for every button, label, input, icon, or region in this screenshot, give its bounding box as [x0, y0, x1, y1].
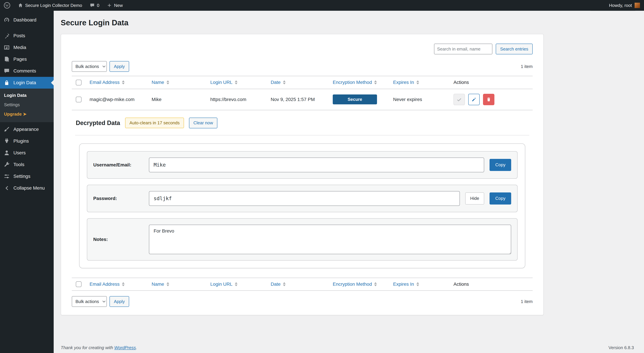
footer-column-name[interactable]: Name	[152, 281, 169, 287]
search-input[interactable]	[434, 44, 492, 54]
wordpress-link[interactable]: WordPress	[114, 345, 136, 350]
column-header-name[interactable]: Name	[152, 80, 169, 85]
table-footer-row: Email Address Name Login URL Date Encryp…	[72, 278, 533, 291]
site-name: Secure Login Collector Demo	[25, 3, 82, 8]
bulk-actions-select-bottom[interactable]: Bulk actions	[72, 296, 107, 307]
table-row: magic@wp-mike.com Mike https://brevo.com…	[72, 89, 533, 110]
hide-password-button[interactable]: Hide	[465, 192, 484, 204]
posts-icon	[3, 32, 10, 39]
comments-bubble-icon	[90, 3, 95, 8]
new-menu[interactable]: New	[103, 0, 126, 11]
apply-button-bottom[interactable]: Apply	[110, 296, 129, 307]
footer-column-date[interactable]: Date	[271, 281, 286, 287]
decrypted-heading: Decrypted Data	[76, 119, 120, 127]
avatar	[634, 3, 640, 8]
bulk-actions-select[interactable]: Bulk actions	[72, 61, 107, 72]
decrypted-panel: Username/Email: Copy Password: Hide Copy	[79, 143, 525, 268]
notes-textarea[interactable]: For Brevo	[149, 225, 511, 254]
column-header-login-url[interactable]: Login URL	[210, 80, 238, 85]
select-all-checkbox-bottom[interactable]	[76, 281, 82, 287]
footer-column-expires[interactable]: Expires In	[393, 281, 419, 287]
clear-now-button[interactable]: Clear now	[189, 118, 217, 128]
comments-menu[interactable]: 0	[86, 0, 103, 11]
home-icon	[18, 3, 23, 8]
dashboard-icon	[3, 17, 10, 23]
site-name-menu[interactable]: Secure Login Collector Demo	[14, 0, 86, 11]
sort-icon	[374, 80, 377, 84]
sort-icon	[166, 282, 169, 286]
sidebar-item-settings[interactable]: Settings	[0, 170, 54, 182]
tablenav-top: Bulk actions Apply 1 item	[72, 61, 533, 72]
sort-icon	[374, 282, 377, 286]
footer-column-email[interactable]: Email Address	[90, 281, 124, 287]
edit-button[interactable]	[468, 94, 480, 105]
submenu-item-upgrade[interactable]: Upgrade ➤	[0, 109, 54, 119]
footer-thanks-period: .	[136, 345, 137, 350]
row-checkbox[interactable]	[76, 97, 82, 102]
footer-version: Version 6.8.3	[608, 345, 634, 350]
sort-icon	[283, 80, 286, 84]
sidebar-item-users[interactable]: Users	[0, 147, 54, 159]
wordpress-logo[interactable]: W	[0, 0, 14, 11]
search-entries-button[interactable]: Search entries	[496, 44, 533, 54]
admin-sidebar: Dashboard Posts Media Pages Comments Log…	[0, 11, 54, 353]
sidebar-item-appearance[interactable]: Appearance	[0, 124, 54, 135]
username-input[interactable]	[149, 158, 484, 172]
sort-icon	[416, 282, 419, 286]
sidebar-item-tools[interactable]: Tools	[0, 159, 54, 170]
items-count-bottom: 1 item	[521, 299, 533, 304]
sidebar-item-media[interactable]: Media	[0, 42, 54, 53]
sort-icon	[166, 80, 169, 84]
menu-separator	[0, 26, 54, 30]
tools-icon	[3, 161, 10, 168]
delete-button[interactable]	[483, 94, 494, 105]
sidebar-label: Dashboard	[14, 17, 36, 23]
column-label: Encryption Method	[333, 80, 372, 85]
apply-button[interactable]: Apply	[110, 61, 129, 72]
select-all-checkbox[interactable]	[76, 80, 82, 85]
column-label: Email Address	[90, 80, 120, 85]
sidebar-item-plugins[interactable]: Plugins	[0, 135, 54, 147]
copy-username-button[interactable]: Copy	[490, 159, 511, 171]
sidebar-label: Posts	[14, 33, 25, 39]
column-header-email[interactable]: Email Address	[90, 80, 124, 85]
entries-table: Email Address Name Login URL Date Encryp…	[72, 76, 533, 291]
sidebar-label: Appearance	[14, 127, 39, 132]
password-input[interactable]	[149, 191, 460, 206]
comments-count: 0	[97, 3, 99, 8]
column-header-date[interactable]: Date	[271, 80, 286, 85]
copy-password-button[interactable]: Copy	[490, 192, 511, 204]
sidebar-item-pages[interactable]: Pages	[0, 53, 54, 65]
sidebar-label: Settings	[14, 174, 30, 179]
footer-column-encryption[interactable]: Encryption Method	[333, 281, 377, 287]
decrypted-header: Decrypted Data Auto-clears in 17 seconds…	[75, 118, 529, 128]
sidebar-item-login-data[interactable]: Login Data	[0, 77, 54, 89]
sidebar-label: Login Data	[14, 80, 36, 85]
sidebar-item-collapse-menu[interactable]: Collapse Menu	[0, 182, 54, 194]
autoclear-badge: Auto-clears in 17 seconds	[125, 118, 184, 128]
username-label: Username/Email:	[93, 162, 144, 168]
decrypt-view-button[interactable]	[454, 94, 465, 105]
column-label: Expires In	[393, 281, 414, 287]
footer-thanks: Thank you for creating with WordPress.	[61, 345, 137, 350]
sidebar-item-dashboard[interactable]: Dashboard	[0, 14, 54, 26]
encryption-badge: Secure	[333, 95, 377, 104]
sort-icon	[122, 282, 124, 286]
cell-email: magic@wp-mike.com	[86, 89, 148, 110]
submenu-item-settings[interactable]: Settings	[0, 100, 54, 109]
footer-column-actions: Actions	[450, 278, 533, 291]
sidebar-item-posts[interactable]: Posts	[0, 30, 54, 42]
login-data-submenu: Login Data Settings Upgrade ➤	[0, 89, 54, 122]
sort-icon	[122, 80, 124, 84]
column-header-expires[interactable]: Expires In	[393, 80, 419, 85]
page-title: Secure Login Data	[54, 11, 644, 27]
cell-expires: Never expires	[389, 89, 450, 110]
sidebar-label: Collapse Menu	[14, 185, 45, 191]
footer-column-login-url[interactable]: Login URL	[210, 281, 238, 287]
submenu-item-login-data[interactable]: Login Data	[0, 91, 54, 100]
sidebar-item-comments[interactable]: Comments	[0, 65, 54, 77]
column-header-encryption[interactable]: Encryption Method	[333, 80, 377, 85]
column-header-actions: Actions	[450, 76, 533, 89]
sidebar-label: Plugins	[14, 138, 29, 144]
account-menu[interactable]: Howdy, root	[609, 3, 644, 8]
